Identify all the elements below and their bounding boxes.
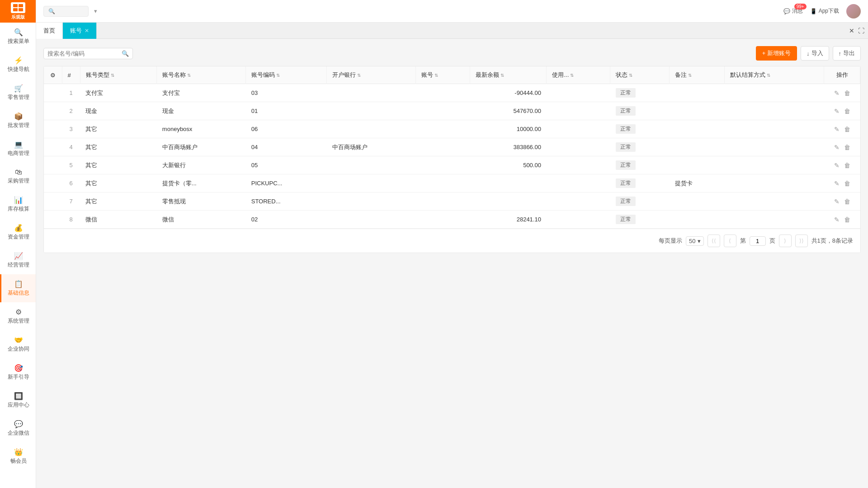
delete-icon[interactable]: 🗑 [844, 198, 850, 205]
sidebar-item-member[interactable]: 👑 畅会员 [0, 442, 36, 470]
col-header-status[interactable]: 状态⇅ [610, 66, 670, 84]
edit-icon[interactable]: ✎ [834, 198, 840, 205]
cell-name: 大新银行 [157, 156, 246, 174]
sidebar-item-finance[interactable]: 💰 资金管理 [0, 218, 36, 246]
sidebar-item-operations[interactable]: 📈 经营管理 [0, 246, 36, 274]
cell-index: 8 [62, 211, 80, 229]
cell-status: 正常 [610, 138, 670, 156]
tab-home[interactable]: 首页 [36, 23, 63, 39]
sidebar: 乐观版 🔍 搜索菜单 ⚡ 快捷导航 🛒 零售管理 📦 批发管理 💻 电商管理 🛍… [0, 0, 36, 488]
col-header-account[interactable]: 账号⇅ [415, 66, 470, 84]
sidebar-item-system[interactable]: ⚙ 系统管理 [0, 302, 36, 330]
app-download-button[interactable]: 📱 App下载 [810, 7, 839, 15]
sidebar-item-ecom[interactable]: 💻 电商管理 [0, 135, 36, 163]
col-usage-label: 使用... [552, 71, 569, 78]
page-number-input[interactable] [750, 236, 766, 246]
cell-default-settle [724, 174, 824, 192]
cell-default-settle [724, 84, 824, 102]
cell-name: 现金 [157, 102, 246, 120]
cooperation-nav-icon: 🤝 [14, 336, 23, 344]
page-next-button[interactable]: ⟩ [779, 235, 792, 247]
sort-bank-icon: ⇅ [357, 73, 361, 78]
col-status-label: 状态 [616, 71, 627, 78]
tab-minimize-icon[interactable]: ✕ [849, 27, 854, 34]
edit-icon[interactable]: ✎ [834, 108, 840, 115]
edit-icon[interactable]: ✎ [834, 162, 840, 169]
cell-type: 其它 [80, 138, 157, 156]
message-button[interactable]: 💬 消息 99+ [783, 7, 803, 15]
accounts-table-wrap: ⚙ # 账号类型⇅ 账号名称⇅ 账号编码⇅ 开户银行⇅ 账号⇅ 最新余额⇅ 使用… [43, 66, 861, 253]
delete-icon[interactable]: 🗑 [844, 162, 850, 169]
col-header-remark[interactable]: 备注⇅ [670, 66, 725, 84]
cell-settings [44, 138, 62, 156]
search-input[interactable] [47, 50, 120, 57]
edit-icon[interactable]: ✎ [834, 144, 840, 151]
edit-icon[interactable]: ✎ [834, 216, 840, 223]
page-first-button[interactable]: ⟨⟨ [708, 235, 720, 247]
delete-icon[interactable]: 🗑 [844, 216, 850, 223]
export-button[interactable]: ↑ 导出 [833, 46, 861, 61]
delete-icon[interactable]: 🗑 [844, 144, 850, 151]
import-button[interactable]: ↓ 导入 [801, 46, 829, 61]
add-account-button[interactable]: + 新增账号 [756, 46, 797, 61]
sort-account-icon: ⇅ [434, 73, 438, 78]
cell-index: 2 [62, 102, 80, 120]
action-icons: ✎ 🗑 [830, 126, 855, 133]
sidebar-item-quick[interactable]: ⚡ 快捷导航 [0, 51, 36, 79]
top-header: 🔍 ▾ 💬 消息 99+ 📱 App下载 [36, 0, 868, 23]
action-icons: ✎ 🗑 [830, 180, 855, 187]
page-size-select[interactable]: 50 ▾ [686, 236, 703, 246]
cell-settings [44, 84, 62, 102]
col-header-name[interactable]: 账号名称⇅ [157, 66, 246, 84]
tab-maximize-icon[interactable]: ⛶ [858, 27, 864, 34]
sidebar-item-wholesale[interactable]: 📦 批发管理 [0, 107, 36, 135]
header-dropdown-icon[interactable]: ▾ [94, 8, 97, 14]
edit-icon[interactable]: ✎ [834, 180, 840, 187]
header-right: 💬 消息 99+ 📱 App下载 [783, 4, 861, 19]
cell-account [415, 138, 470, 156]
sidebar-item-retail[interactable]: 🛒 零售管理 [0, 79, 36, 107]
cell-remark [670, 120, 725, 138]
sidebar-item-guide[interactable]: 🎯 新手引导 [0, 358, 36, 386]
tab-home-label: 首页 [43, 27, 55, 35]
delete-icon[interactable]: 🗑 [844, 180, 850, 187]
delete-icon[interactable]: 🗑 [844, 126, 850, 133]
sidebar-item-appcenter[interactable]: 🔲 应用中心 [0, 386, 36, 414]
sidebar-item-basic[interactable]: 📋 基础信息 [0, 274, 36, 302]
cell-default-settle [724, 192, 824, 211]
cell-default-settle [724, 102, 824, 120]
import-icon: ↓ [807, 50, 810, 57]
user-avatar[interactable] [846, 4, 861, 19]
cell-remark [670, 102, 725, 120]
col-header-settings[interactable]: ⚙ [44, 66, 62, 84]
sidebar-item-cooperation[interactable]: 🤝 企业协同 [0, 330, 36, 358]
edit-icon[interactable]: ✎ [834, 126, 840, 133]
edit-icon[interactable]: ✎ [834, 89, 840, 97]
col-header-default-settle[interactable]: 默认结算方式⇅ [724, 66, 824, 84]
cell-usage [547, 156, 610, 174]
sidebar-item-purchase[interactable]: 🛍 采购管理 [0, 163, 36, 190]
table-body: 1 支付宝 支付宝 03 -90444.00 正常 ✎ 🗑 2 现金 现金 01 [44, 84, 860, 229]
tab-accounts[interactable]: 账号 ✕ [63, 23, 97, 39]
sidebar-item-wechat[interactable]: 💬 企业微信 [0, 414, 36, 442]
col-header-balance[interactable]: 最新余额⇅ [470, 66, 547, 84]
sidebar-nav: 🔍 搜索菜单 ⚡ 快捷导航 🛒 零售管理 📦 批发管理 💻 电商管理 🛍 采购管… [0, 23, 36, 488]
pagination: 每页显示 50 ▾ ⟨⟨ ⟨ 第 页 ⟩ ⟩⟩ 共1页，8条记录 [44, 229, 860, 253]
page-prev-button[interactable]: ⟨ [724, 235, 736, 247]
col-header-type[interactable]: 账号类型⇅ [80, 66, 157, 84]
sidebar-item-search[interactable]: 🔍 搜索菜单 [0, 23, 36, 51]
export-label: 导出 [843, 49, 855, 57]
cell-usage [547, 138, 610, 156]
cell-index: 3 [62, 120, 80, 138]
page-last-button[interactable]: ⟩⟩ [795, 235, 808, 247]
add-account-label: + 新增账号 [762, 49, 791, 57]
tab-accounts-close[interactable]: ✕ [85, 28, 89, 34]
col-header-code[interactable]: 账号编码⇅ [246, 66, 327, 84]
sort-code-icon: ⇅ [276, 73, 280, 78]
global-search[interactable]: 🔍 [43, 6, 89, 17]
col-header-bank[interactable]: 开户银行⇅ [327, 66, 416, 84]
delete-icon[interactable]: 🗑 [844, 89, 850, 97]
sidebar-item-inventory[interactable]: 📊 库存核算 [0, 190, 36, 218]
delete-icon[interactable]: 🗑 [844, 108, 850, 115]
col-header-usage[interactable]: 使用...⇅ [547, 66, 610, 84]
